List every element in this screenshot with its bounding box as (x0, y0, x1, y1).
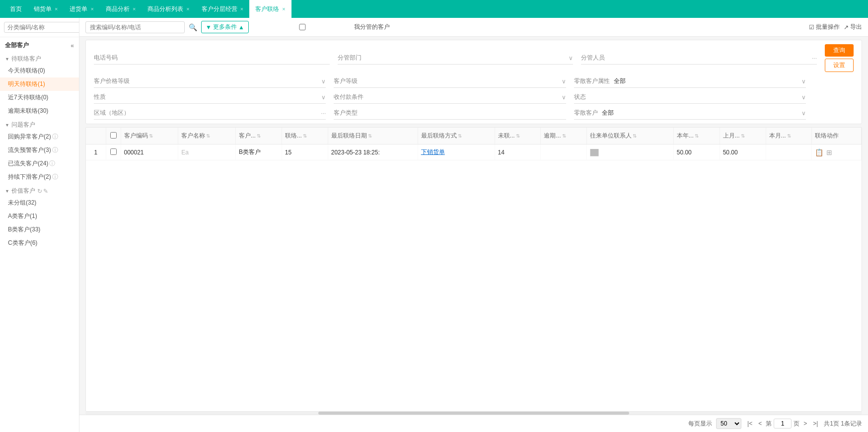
filter-customer-type[interactable]: 客户类型 (334, 107, 566, 120)
sidebar-item-tomorrow-contact[interactable]: 明天待联络(1) (0, 77, 79, 91)
th-name[interactable]: 客户名称⇅ (178, 128, 236, 144)
filter-customer-level[interactable]: 客户等级 ∨ (334, 75, 566, 88)
filter-retail-customer[interactable]: 零散客户 全部 ∨ (574, 107, 806, 120)
th-code[interactable]: 客户编码⇅ (121, 128, 178, 144)
nature-dropdown-icon[interactable]: ∨ (321, 94, 326, 101)
th-last-method[interactable]: 最后联络方式⇅ (418, 128, 495, 144)
sort-this-year-icon[interactable]: ⇅ (695, 133, 699, 139)
sidebar-item-7day-contact[interactable]: 近7天待联络(0) (0, 91, 79, 104)
sidebar-item-today-contact[interactable]: 今天待联络(0) (0, 64, 79, 77)
search-button[interactable]: 🔍 (189, 23, 197, 31)
more-conditions-button[interactable]: ▼ 更多条件 ▲ (201, 21, 249, 33)
nav-home[interactable]: 首页 (4, 0, 28, 18)
select-all-checkbox[interactable] (110, 132, 117, 139)
edit-icon[interactable]: ✎ (43, 188, 48, 195)
sidebar-item-a-class[interactable]: A类客户(1) (0, 210, 79, 223)
close-customer-tier-icon[interactable]: × (240, 6, 243, 12)
sort-name-icon[interactable]: ⇅ (206, 133, 210, 139)
close-purchase-order-icon[interactable]: × (90, 6, 93, 12)
last-page-button[interactable]: >| (811, 419, 820, 428)
sidebar-item-b-class[interactable]: B类客户(33) (0, 223, 79, 236)
filter-retail-attr[interactable]: 零散客户属性 全部 ∨ (574, 75, 806, 88)
th-contact[interactable]: 联络...⇅ (282, 128, 328, 144)
close-product-analysis-icon[interactable]: × (133, 6, 136, 12)
nav-product-analysis-list[interactable]: 商品分析列表 × (142, 0, 195, 18)
search-input[interactable] (85, 21, 185, 33)
customer-level-dropdown-icon[interactable]: ∨ (562, 78, 566, 85)
dept-dropdown-icon[interactable]: ∨ (569, 55, 573, 62)
nav-sales-order[interactable]: 销货单 × (28, 0, 64, 18)
row-checkbox[interactable] (110, 148, 117, 155)
close-sales-order-icon[interactable]: × (55, 6, 58, 12)
close-customer-contact-icon[interactable]: × (282, 6, 285, 12)
set-button[interactable]: 设置 (825, 59, 854, 72)
th-this-year[interactable]: 本年...⇅ (673, 128, 720, 144)
sort-unlinked-icon[interactable]: ⇅ (516, 133, 520, 139)
my-customers-checkbox[interactable]: 我分管的客户 (253, 23, 390, 31)
nav-purchase-order[interactable]: 进货单 × (64, 0, 99, 18)
retail-attr-dropdown-icon[interactable]: ∨ (801, 78, 806, 85)
collapse-icon[interactable]: « (71, 42, 74, 49)
export-button[interactable]: ↗ 导出 (844, 23, 862, 31)
filter-region[interactable]: 区域（地区） ··· (94, 107, 326, 120)
filter-payment[interactable]: 收付款条件 ∨ (334, 91, 566, 104)
first-page-button[interactable]: |< (745, 419, 754, 428)
sort-overdue-icon[interactable]: ⇅ (562, 133, 566, 139)
filter-dept[interactable]: 分管部门 ∨ (338, 52, 574, 65)
phone-action-icon[interactable]: 📋 (815, 148, 823, 156)
close-product-analysis-list-icon[interactable]: × (186, 6, 189, 12)
sidebar-item-abnormal-repurchase[interactable]: 回购异常客户(2) ⓘ (0, 130, 79, 144)
sidebar-item-overdue-contact[interactable]: 逾期未联络(30) (0, 104, 79, 118)
th-unlinked[interactable]: 未联...⇅ (495, 128, 541, 144)
th-this-month[interactable]: 本月...⇅ (766, 128, 812, 144)
th-type[interactable]: 客户...⇅ (235, 128, 282, 144)
sidebar-item-churned[interactable]: 已流失客户(24) ⓘ (0, 157, 79, 170)
filter-nature[interactable]: 性质 ∨ (94, 91, 326, 104)
sort-contact-icon[interactable]: ⇅ (303, 133, 307, 139)
sort-last-month-icon[interactable]: ⇅ (741, 133, 745, 139)
refresh-icon[interactable]: ↻ (37, 188, 42, 195)
grid-action-icon[interactable]: ⊞ (826, 148, 832, 156)
status-dropdown-icon[interactable]: ∨ (801, 94, 806, 101)
sidebar-item-churn-warning[interactable]: 流失预警客户(3) ⓘ (0, 144, 79, 157)
bulk-operation-button[interactable]: ☑ 批量操作 (809, 23, 840, 31)
sidebar-item-declining[interactable]: 持续下滑客户(2) ⓘ (0, 170, 79, 184)
td-last-method[interactable]: 下销货单 (418, 144, 495, 160)
th-last-month[interactable]: 上月...⇅ (720, 128, 766, 144)
sidebar-search-input[interactable] (4, 22, 79, 33)
region-dots-icon[interactable]: ··· (321, 110, 326, 117)
nav-product-analysis[interactable]: 商品分析 × (100, 0, 142, 18)
filter-phone: 电话号码 (94, 52, 330, 65)
payment-dropdown-icon[interactable]: ∨ (562, 94, 566, 101)
query-button[interactable]: 查询 (825, 44, 854, 57)
nav-customer-tier[interactable]: 客户分层经营 × (196, 0, 249, 18)
sidebar-item-c-class[interactable]: C类客户(6) (0, 236, 79, 250)
prev-page-button[interactable]: < (756, 419, 764, 428)
retail-customer-dropdown-icon[interactable]: ∨ (801, 110, 806, 117)
sort-contact-person-icon[interactable]: ⇅ (633, 133, 637, 139)
group-value-customers[interactable]: ▼ 价值客户 ↻ ✎ (0, 184, 79, 196)
th-contact-person[interactable]: 往来单位联系人⇅ (587, 128, 673, 144)
filter-price-level[interactable]: 客户价格等级 ∨ (94, 75, 326, 88)
nav-customer-contact[interactable]: 客户联络 × (249, 0, 291, 18)
sort-method-icon[interactable]: ⇅ (458, 133, 462, 139)
group-pending-contact[interactable]: ▼ 待联络客户 (0, 52, 79, 64)
per-page-select[interactable]: 50 100 200 (716, 418, 741, 429)
all-customers-header[interactable]: 全部客户 « (0, 37, 79, 52)
filter-person[interactable]: 分管人员 ··· (581, 52, 817, 65)
th-last-date[interactable]: 最后联络日期⇅ (328, 128, 418, 144)
price-level-dropdown-icon[interactable]: ∨ (321, 78, 326, 85)
sort-date-icon[interactable]: ⇅ (368, 133, 372, 139)
sort-code-icon[interactable]: ⇅ (149, 133, 153, 139)
th-overdue[interactable]: 逾期...⇅ (541, 128, 587, 144)
td-checkbox[interactable] (106, 144, 121, 160)
sidebar-item-ungrouped[interactable]: 未分组(32) (0, 196, 79, 210)
filter-status[interactable]: 状态 ∨ (574, 91, 806, 104)
sort-this-month-icon[interactable]: ⇅ (787, 133, 791, 139)
my-customers-check[interactable] (253, 24, 352, 30)
group-problem-customers[interactable]: ▼ 问题客户 (0, 118, 79, 130)
next-page-button[interactable]: > (801, 419, 809, 428)
page-number-input[interactable] (774, 419, 792, 429)
person-dots-icon[interactable]: ··· (812, 55, 817, 62)
sort-type-icon[interactable]: ⇅ (257, 133, 261, 139)
